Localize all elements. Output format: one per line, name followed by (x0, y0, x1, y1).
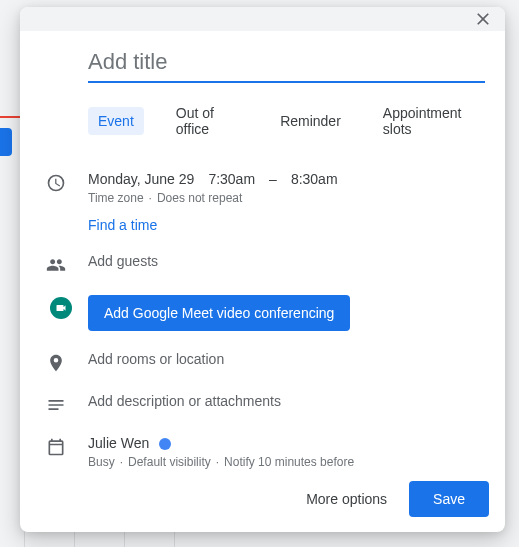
location-icon (46, 353, 66, 373)
calendar-icon (46, 437, 66, 457)
notification-text[interactable]: Notify 10 minutes before (224, 455, 354, 469)
clock-icon (46, 173, 66, 193)
event-end-time[interactable]: 8:30am (291, 171, 338, 187)
calendar-color-dot[interactable] (159, 438, 171, 450)
availability-text[interactable]: Busy (88, 455, 115, 469)
add-guests-field[interactable]: Add guests (88, 253, 485, 269)
event-date[interactable]: Monday, June 29 (88, 171, 194, 187)
dialog-footer: More options Save (20, 469, 505, 532)
add-description-field[interactable]: Add description or attachments (88, 393, 485, 409)
add-google-meet-button[interactable]: Add Google Meet video conferencing (88, 295, 350, 331)
visibility-text[interactable]: Default visibility (128, 455, 211, 469)
time-dash: – (269, 171, 277, 187)
save-button[interactable]: Save (409, 481, 489, 517)
add-location-field[interactable]: Add rooms or location (88, 351, 485, 367)
google-meet-icon (50, 297, 72, 319)
tab-event[interactable]: Event (88, 107, 144, 135)
tab-out-of-office[interactable]: Out of office (166, 99, 248, 143)
timezone-link[interactable]: Time zone (88, 191, 144, 205)
repeat-text[interactable]: Does not repeat (157, 191, 242, 205)
calendar-owner[interactable]: Julie Wen (88, 435, 149, 451)
close-icon (473, 9, 493, 29)
close-button[interactable] (471, 7, 495, 31)
tab-reminder[interactable]: Reminder (270, 107, 351, 135)
now-indicator (0, 116, 20, 118)
description-icon (46, 395, 66, 415)
find-a-time-link[interactable]: Find a time (88, 217, 157, 233)
event-create-dialog: Event Out of office Reminder Appointment… (20, 7, 505, 532)
title-input[interactable] (88, 43, 485, 83)
event-type-tabs: Event Out of office Reminder Appointment… (88, 99, 485, 143)
more-options-button[interactable]: More options (300, 483, 393, 515)
people-icon (46, 255, 66, 275)
existing-event-chip[interactable] (0, 128, 12, 156)
tab-appointment-slots[interactable]: Appointment slots (373, 99, 485, 143)
dialog-header (20, 7, 505, 31)
event-start-time[interactable]: 7:30am (208, 171, 255, 187)
